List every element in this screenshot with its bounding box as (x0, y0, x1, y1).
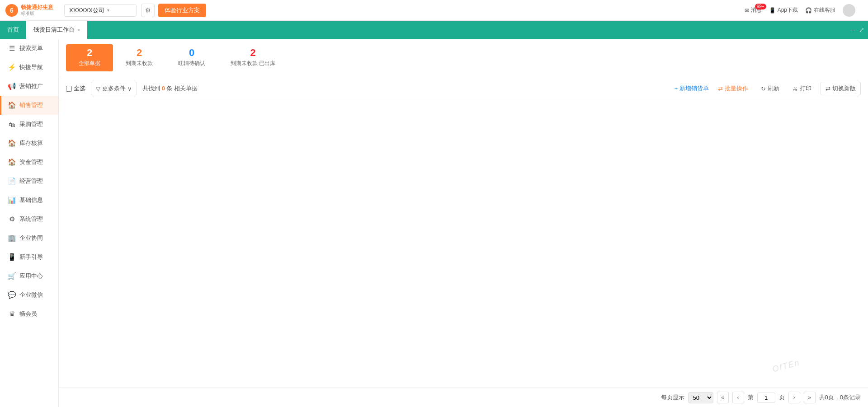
switch-icon: ⇄ (826, 85, 830, 92)
wechat-icon: 💬 (8, 291, 16, 299)
sidebar-item-app-center[interactable]: 🛒 应用中心 (0, 267, 58, 285)
sidebar-item-member[interactable]: ♛ 畅会员 (0, 304, 58, 323)
logo-text: 畅捷通好生意 标准版 (21, 4, 53, 16)
sales-icon: 🏠 (8, 101, 16, 109)
company-name: XXXXXX公司 (69, 6, 104, 14)
print-button[interactable]: 🖨 打印 (788, 83, 815, 94)
sidebar-item-marketing[interactable]: 📢 营销推广 (0, 77, 58, 96)
last-page-button[interactable]: » (804, 392, 816, 403)
sidebar-item-wechat[interactable]: 💬 企业微信 (0, 285, 58, 304)
chevron-icon: ∨ (127, 85, 132, 92)
table-area (59, 100, 868, 388)
app-download-item[interactable]: 📱 App下载 (769, 6, 798, 14)
sidebar-item-purchase[interactable]: 🛍 采购管理 (0, 115, 58, 134)
main-layout: ☰ 搜索菜单 ⚡ 快捷导航 📢 营销推广 🏠 销售管理 🛍 采购管理 🏠 库存核… (0, 39, 868, 407)
card-overdue-unpaid[interactable]: 2 到期未收款 (113, 44, 165, 71)
tab-minimize-icon[interactable]: ─ (851, 26, 855, 33)
card-wangwang-count: 0 (178, 47, 205, 59)
toolbar-left: 全选 ▽ 更多条件 ∨ 共找到 0 条 相关单据 (66, 82, 198, 95)
enterprise-icon: 🏢 (8, 234, 16, 242)
purchase-icon: 🛍 (8, 121, 16, 128)
total-label: 共0页，0条记录 (819, 393, 861, 402)
sidebar-item-sales[interactable]: 🏠 销售管理 (0, 96, 58, 115)
last-page-icon: » (808, 394, 811, 401)
sidebar-item-system[interactable]: ⚙ 系统管理 (0, 210, 58, 229)
toolbar-right: + 新增销货单 ⇄ 批量操作 ↻ 刷新 🖨 打印 ⇄ 切换新版 (675, 82, 861, 95)
headset-icon: 🎧 (805, 7, 812, 14)
page-input[interactable] (757, 393, 775, 403)
prev-page-button[interactable]: ‹ (732, 392, 744, 403)
system-icon: ⚙ (8, 215, 16, 223)
first-page-icon: « (721, 394, 724, 401)
company-selector[interactable]: XXXXXX公司 ▾ (64, 4, 137, 17)
empty-state (59, 100, 868, 388)
message-item[interactable]: ✉ 消息 99+ (745, 6, 762, 14)
header-right: ✉ 消息 99+ 📱 App下载 🎧 在线客服 (745, 4, 863, 17)
toolbar: 全选 ▽ 更多条件 ∨ 共找到 0 条 相关单据 + 新增销货单 ⇄ 批量操作 (59, 77, 868, 100)
sidebar-item-inventory[interactable]: 🏠 库存核算 (0, 134, 58, 153)
sidebar-item-search-menu[interactable]: ☰ 搜索菜单 (0, 39, 58, 58)
refresh-button[interactable]: ↻ 刷新 (757, 83, 783, 94)
first-page-button[interactable]: « (717, 392, 729, 403)
filter-button[interactable]: ▽ 更多条件 ∨ (91, 82, 137, 95)
page-label: 第 (748, 393, 754, 402)
header-actions: ⚙ 体验行业方案 (141, 4, 206, 17)
logo-area: 6 畅捷通好生意 标准版 (5, 4, 64, 17)
sidebar-item-guide[interactable]: 📱 新手引导 (0, 248, 58, 267)
page-suffix: 页 (779, 393, 785, 402)
per-page-select[interactable]: 50 20 100 (688, 392, 713, 403)
print-icon: 🖨 (792, 85, 798, 92)
switch-version-button[interactable]: ⇄ 切换新版 (821, 82, 861, 95)
app-download-label: App下载 (778, 6, 798, 14)
next-page-button[interactable]: › (788, 392, 800, 403)
per-page-label: 每页显示 (661, 393, 684, 402)
card-undelivered-label: 到期未收款 已出库 (231, 60, 275, 67)
filter-icon: ▽ (96, 85, 100, 92)
app-center-icon: 🛒 (8, 272, 16, 280)
select-all-checkbox-label[interactable]: 全选 (66, 84, 85, 93)
online-service-item[interactable]: 🎧 在线客服 (805, 6, 835, 14)
sidebar-item-enterprise[interactable]: 🏢 企业协同 (0, 229, 58, 248)
refresh-icon: ↻ (761, 85, 766, 92)
tab-active[interactable]: 钱货日清工作台 × (26, 21, 87, 39)
guide-icon: 📱 (8, 253, 16, 261)
industry-button[interactable]: 体验行业方案 (158, 4, 206, 17)
logo-icon: 6 (5, 4, 18, 17)
prev-page-icon: ‹ (737, 394, 739, 401)
card-undelivered-count: 2 (231, 47, 275, 59)
download-icon: 📱 (769, 7, 776, 14)
tab-home[interactable]: 首页 (0, 21, 26, 39)
chevron-down-icon: ▾ (107, 8, 109, 13)
found-text: 共找到 0 条 相关单据 (142, 84, 198, 93)
tab-expand-icon[interactable]: ⤢ (859, 26, 864, 33)
batch-icon: ⇄ (718, 85, 723, 92)
select-all-checkbox[interactable] (66, 86, 72, 92)
tab-controls: ─ ⤢ (847, 26, 868, 33)
sidebar: ☰ 搜索菜单 ⚡ 快捷导航 📢 营销推广 🏠 销售管理 🛍 采购管理 🏠 库存核… (0, 39, 59, 407)
settings-button[interactable]: ⚙ (141, 4, 155, 17)
card-all[interactable]: 2 全部单据 (66, 44, 113, 71)
sidebar-item-quick-nav[interactable]: ⚡ 快捷导航 (0, 58, 58, 77)
pagination-bar: 每页显示 50 20 100 « ‹ 第 页 › » 共0页，0条记录 (59, 388, 868, 407)
sidebar-item-finance[interactable]: 🏠 资金管理 (0, 153, 58, 172)
sidebar-item-operations[interactable]: 📄 经营管理 (0, 172, 58, 191)
card-overdue-undelivered[interactable]: 2 到期未收款 已出库 (218, 44, 288, 71)
online-service-label: 在线客服 (814, 6, 835, 14)
inventory-icon: 🏠 (8, 139, 16, 147)
basic-info-icon: 📊 (8, 196, 16, 204)
tab-bar: 首页 钱货日清工作台 × ─ ⤢ (0, 21, 868, 39)
tab-close-icon[interactable]: × (77, 27, 80, 33)
found-count: 0 (162, 85, 165, 92)
card-wangwang[interactable]: 0 旺辅待确认 (165, 44, 218, 71)
quick-nav-icon: ⚡ (8, 63, 16, 71)
sidebar-item-basic-info[interactable]: 📊 基础信息 (0, 191, 58, 210)
new-sale-button[interactable]: + 新增销货单 (675, 84, 709, 93)
batch-ops-button[interactable]: ⇄ 批量操作 (714, 83, 752, 94)
search-menu-icon: ☰ (8, 44, 16, 52)
avatar[interactable] (843, 4, 855, 17)
card-all-label: 全部单据 (79, 60, 100, 67)
summary-cards: 2 全部单据 2 到期未收款 0 旺辅待确认 2 到期未收款 已出库 (59, 39, 868, 77)
marketing-icon: 📢 (8, 82, 16, 90)
message-badge: 99+ (755, 4, 766, 9)
member-icon: ♛ (8, 310, 16, 318)
